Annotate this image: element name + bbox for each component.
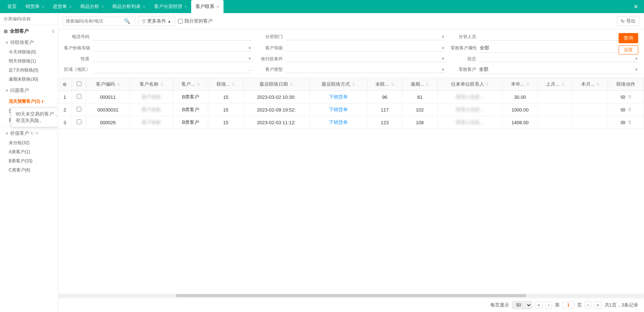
my-customers-check[interactable] <box>178 19 183 24</box>
nav-product-analysis-list-close[interactable]: × <box>143 4 145 9</box>
sidebar-item-unclassified[interactable]: 未分组(32) <box>0 138 58 147</box>
nav-purchase-order-close[interactable]: × <box>69 4 71 9</box>
action-more-icon[interactable]: ⠿ <box>628 107 632 113</box>
filter-payment-select[interactable]: ▼ <box>286 56 445 62</box>
sidebar-item-class-c[interactable]: C类客户(6) <box>0 166 58 175</box>
nav-customer-contact[interactable]: 客户联系 × <box>191 0 223 13</box>
col-level[interactable]: 客户... ⇅ <box>173 78 208 91</box>
sidebar-item-overdue[interactable]: 逾期未联络(30) <box>0 75 58 84</box>
page-size-select[interactable]: 50 20 100 <box>512 301 532 309</box>
row-action[interactable]: ☎⠿ <box>608 116 644 129</box>
sidebar-group-value-title[interactable]: ▼ 价值客户 ↻ ✎ <box>0 128 58 138</box>
prev-page-button[interactable]: ‹ <box>546 301 552 309</box>
col-name[interactable]: 客户名称 ⇅ <box>130 78 173 91</box>
scrollbar-thumb[interactable] <box>176 294 527 297</box>
value-refresh-icon[interactable]: ↻ <box>31 131 34 136</box>
row-last-month <box>538 116 573 129</box>
filter-region-ellipsis[interactable]: ... <box>248 67 251 72</box>
col-this-month[interactable]: 本月... ⇅ <box>573 78 608 91</box>
nav-sales-order[interactable]: 销货单 × <box>21 0 48 13</box>
sidebar-item-class-a[interactable]: A类客户(1) <box>0 147 58 157</box>
filter-dept-arrow-icon: ▼ <box>441 35 445 39</box>
row-last-method[interactable]: 下销货单 <box>309 91 367 104</box>
toolbar-search-icon[interactable]: 🔍 <box>124 18 130 24</box>
filter-retail-attr-select[interactable]: 全部 ▼ <box>480 44 638 53</box>
nav-home[interactable]: 首页 <box>3 0 21 13</box>
row-last-method[interactable]: 下销货单 <box>309 116 367 129</box>
sidebar-search-input[interactable] <box>4 16 58 21</box>
toolbar-search-input[interactable] <box>66 19 124 24</box>
export-button[interactable]: ↻ 导出 <box>617 16 640 26</box>
next-page-button[interactable]: › <box>585 301 591 309</box>
filter-dept-select[interactable]: ▼ <box>286 34 445 40</box>
first-page-button[interactable]: « <box>535 301 543 309</box>
tooltip-text: 90天未交易的客户，可能有流失风险。 <box>16 111 58 123</box>
sidebar-group-problem-title[interactable]: ▼ 问题客户 <box>0 85 58 96</box>
filter-customer-type-select[interactable]: ▼ <box>286 66 445 73</box>
table-body: 1 000011 客户名称 B类客户 15 2023-03-02 10:30: … <box>58 91 644 129</box>
filter-region-input[interactable]: ... <box>93 66 251 73</box>
filter-price-grade-select[interactable]: ▼ <box>93 45 251 52</box>
nav-product-analysis-close[interactable]: × <box>101 4 104 9</box>
nav-sales-order-close[interactable]: × <box>42 4 44 9</box>
last-page-button[interactable]: » <box>594 301 602 309</box>
row-last-method[interactable]: 下销货单 <box>309 104 367 116</box>
nav-customer-stratification-close[interactable]: × <box>185 4 187 9</box>
row-action[interactable]: ☎⠿ <box>608 104 644 116</box>
action-contact-icon[interactable]: ☎ <box>620 120 626 125</box>
row-this-month <box>573 104 608 116</box>
nav-purchase-order[interactable]: 进货单 × <box>48 0 76 13</box>
action-more-icon[interactable]: ⠿ <box>628 94 632 100</box>
my-customers-checkbox[interactable]: 我分管的客户 <box>178 18 213 24</box>
col-last-method[interactable]: 最后联络方式 ⇅ <box>309 78 367 91</box>
row-checkbox[interactable] <box>72 116 86 129</box>
col-contact-person[interactable]: 往来单位联系人 ⇅ <box>438 78 503 91</box>
nav-product-analysis[interactable]: 商品分析 × <box>76 0 108 13</box>
horizontal-scrollbar[interactable] <box>58 293 644 298</box>
value-edit-icon[interactable]: ✎ <box>35 131 39 136</box>
nav-product-analysis-list[interactable]: 商品分析列表 × <box>108 0 149 13</box>
filter-status-select[interactable]: ▼ <box>479 56 638 62</box>
row-code: 000026 <box>86 116 130 129</box>
row-index: 1 <box>58 91 72 104</box>
col-code[interactable]: 客户编码 ⇅ <box>86 78 130 91</box>
filter-phone-input[interactable] <box>92 33 251 41</box>
page-number-input[interactable] <box>563 301 574 309</box>
col-this-year[interactable]: 本年... ⇅ <box>503 78 538 91</box>
col-last-date[interactable]: 最后联络日期 ⇅ <box>243 78 309 91</box>
nav-customer-contact-close[interactable]: × <box>217 4 219 9</box>
sidebar-item-class-b[interactable]: B类客户(33) <box>0 157 58 166</box>
action-contact-icon[interactable]: ☎ <box>620 107 626 113</box>
more-conditions-button[interactable]: ▽ 更多条件 ▲ <box>138 16 175 26</box>
sidebar-item-7days[interactable]: 近7天待联络(0) <box>0 66 58 75</box>
col-settings[interactable]: ⚙ <box>58 78 72 91</box>
sidebar-item-tomorrow[interactable]: 明天待联络(1) <box>0 57 58 66</box>
action-more-icon[interactable]: ⠿ <box>628 120 632 125</box>
col-no-contact[interactable]: 未联... ⇅ <box>367 78 402 91</box>
query-button[interactable]: 查询 <box>619 33 638 43</box>
row-checkbox[interactable] <box>72 91 86 104</box>
filter-retail-customer-select[interactable]: 全部 ▼ <box>479 65 638 74</box>
row-checkbox[interactable] <box>72 104 86 116</box>
row-code: 000011 <box>86 91 130 104</box>
sidebar-item-churn-warning[interactable]: 流失预警客户(3) ℹ <box>0 97 58 106</box>
nav-customer-stratification[interactable]: 客户分层经营 × <box>150 0 191 13</box>
scrollbar-track <box>59 294 643 297</box>
all-customers-header[interactable]: ⊞ 全部客户 《 <box>0 25 58 37</box>
filter-nature-select[interactable]: ▼ <box>92 56 251 62</box>
filter-customer-grade-select[interactable]: ▼ <box>286 45 445 52</box>
col-last-month[interactable]: 上月... ⇅ <box>538 78 573 91</box>
sidebar-item-today[interactable]: 今天待联络(0) <box>0 48 58 57</box>
col-contact-count[interactable]: 联络... ⇅ <box>208 78 243 91</box>
row-action[interactable]: ☎⠿ <box>608 91 644 104</box>
total-info: 共1页，3条记录 <box>605 302 638 308</box>
settings-button[interactable]: 设置 <box>619 45 638 54</box>
close-app-button[interactable]: ✕ <box>631 3 641 10</box>
filter-person-input[interactable] <box>479 33 630 41</box>
sidebar-group-pending-title[interactable]: ▼ 待联络客户 <box>0 37 58 48</box>
table-row: 2 00030031 客户名称 B类客户 15 2023-02-09 19:52… <box>58 104 644 116</box>
col-overdue[interactable]: 逾期... ⇅ <box>402 78 438 91</box>
select-all-checkbox[interactable] <box>77 81 81 86</box>
action-contact-icon[interactable]: ☎ <box>620 94 626 100</box>
filter-panel: 电话号码 分管部门 ▼ 分管人员 ... <box>58 29 644 78</box>
